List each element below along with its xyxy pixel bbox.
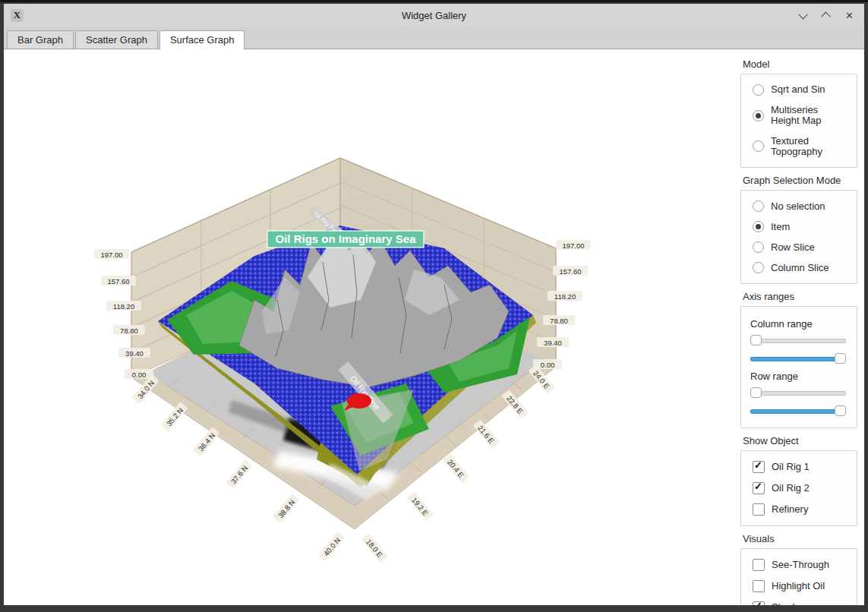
svg-text:118.20: 118.20 xyxy=(554,292,576,301)
slider-handle[interactable] xyxy=(750,335,762,345)
maximize-button[interactable] xyxy=(822,8,829,22)
tab-surface-graph[interactable]: Surface Graph xyxy=(159,30,245,49)
checkbox-icon xyxy=(753,601,765,605)
checkbox-refinery[interactable]: Refinery xyxy=(753,503,852,516)
svg-text:78.80: 78.80 xyxy=(120,327,138,335)
checkbox-see-through[interactable]: See-Through xyxy=(753,559,852,571)
slider-handle[interactable] xyxy=(835,405,846,416)
radio-multiseries-height-map[interactable]: Multiseries Height Map xyxy=(753,105,852,127)
radio-icon xyxy=(753,110,764,121)
visuals-group-label: Visuals xyxy=(743,533,859,544)
minimize-button[interactable] xyxy=(800,8,806,22)
column-range-max-slider[interactable] xyxy=(750,352,846,365)
chart-title: Oil Rigs on Imaginary Sea xyxy=(275,232,416,245)
radio-row-slice[interactable]: Row Slice xyxy=(753,241,852,253)
slider-groove xyxy=(750,409,846,414)
svg-text:197.00: 197.00 xyxy=(100,251,122,259)
slider-groove xyxy=(750,339,846,343)
radio-icon xyxy=(753,140,764,152)
radio-no-selection[interactable]: No selection xyxy=(753,200,852,212)
checkbox-highlight-oil[interactable]: Highlight Oil xyxy=(753,580,852,592)
column-range-label: Column range xyxy=(750,318,852,330)
radio-label: Sqrt and Sin xyxy=(771,84,825,95)
svg-text:0.00: 0.00 xyxy=(541,361,555,369)
selection-mode-group-label: Graph Selection Mode xyxy=(743,175,859,186)
chevron-up-icon xyxy=(821,12,831,22)
radio-sqrt-and-sin[interactable]: Sqrt and Sin xyxy=(753,84,852,96)
checkbox-label: Oil Rig 1 xyxy=(772,462,810,472)
show-object-group-label: Show Object xyxy=(743,435,859,446)
svg-text:38.8 N: 38.8 N xyxy=(276,498,297,520)
column-range-min-slider[interactable] xyxy=(750,334,846,347)
checkbox-icon xyxy=(753,482,765,494)
checkbox-label: See-Through xyxy=(772,560,829,570)
svg-text:37.6 N: 37.6 N xyxy=(229,464,250,486)
chevron-down-icon xyxy=(798,10,808,20)
radio-icon xyxy=(753,241,764,253)
checkbox-icon xyxy=(753,580,765,592)
app-frame: X Widget Gallery ✕ Bar Graph Scatter Gra… xyxy=(0,0,868,612)
slider-groove xyxy=(750,357,846,361)
svg-text:35.2 N: 35.2 N xyxy=(165,406,185,428)
tab-bar: Bar Graph Scatter Graph Surface Graph xyxy=(4,27,864,49)
svg-text:157.60: 157.60 xyxy=(559,267,581,276)
radio-icon xyxy=(753,84,764,96)
checkbox-oil-rig-2[interactable]: Oil Rig 2 xyxy=(753,482,852,494)
slider-handle[interactable] xyxy=(750,387,762,398)
svg-text:0.00: 0.00 xyxy=(132,371,147,379)
radio-label: Column Slice xyxy=(771,263,829,273)
show-object-group: Oil Rig 1 Oil Rig 2 Refinery xyxy=(740,450,857,526)
checkbox-icon xyxy=(753,461,765,473)
radio-icon xyxy=(753,221,764,232)
row-range-min-slider[interactable] xyxy=(750,386,846,399)
radio-label: Textured Topography xyxy=(771,136,841,158)
radio-item[interactable]: Item xyxy=(753,221,852,232)
selection-mode-group: No selection Item Row Slice Column Slice xyxy=(740,190,857,284)
checkbox-label: Refinery xyxy=(772,504,808,515)
checkbox-label: Oil Rig 2 xyxy=(772,483,810,494)
radio-column-slice[interactable]: Column Slice xyxy=(753,262,852,273)
radio-icon xyxy=(753,200,764,212)
radio-label: Row Slice xyxy=(771,242,815,253)
radio-label: No selection xyxy=(771,201,825,212)
checkbox-shadows[interactable]: Shadows xyxy=(753,601,852,605)
visuals-group: See-Through Highlight Oil Shadows xyxy=(740,548,857,605)
radio-label: Multiseries Height Map xyxy=(771,105,841,127)
svg-text:197.00: 197.00 xyxy=(562,241,584,250)
titlebar: X Widget Gallery ✕ xyxy=(4,4,864,27)
window: X Widget Gallery ✕ Bar Graph Scatter Gra… xyxy=(4,4,864,605)
slider-handle[interactable] xyxy=(835,353,846,364)
control-panel: Model Sqrt and Sin Multiseries Height Ma… xyxy=(740,51,859,605)
surface-graph-page: Oil Rig Two Oil Rigs on Imaginary Sea Oi… xyxy=(4,49,864,605)
axis-ranges-group-label: Axis ranges xyxy=(743,291,859,302)
close-button[interactable]: ✕ xyxy=(845,11,854,21)
slider-groove xyxy=(750,391,846,396)
checkbox-icon xyxy=(753,503,765,516)
checkbox-label: Highlight Oil xyxy=(772,581,825,591)
radio-label: Item xyxy=(771,222,790,232)
model-group-label: Model xyxy=(743,58,859,70)
svg-text:36.4 N: 36.4 N xyxy=(197,431,217,453)
close-icon: ✕ xyxy=(845,10,854,21)
svg-text:39.40: 39.40 xyxy=(544,339,562,347)
tab-scatter-graph[interactable]: Scatter Graph xyxy=(75,30,158,49)
svg-text:157.60: 157.60 xyxy=(107,277,129,285)
radio-icon xyxy=(753,262,764,273)
checkbox-oil-rig-1[interactable]: Oil Rig 1 xyxy=(753,461,852,473)
checkbox-label: Shadows xyxy=(772,602,812,605)
chart-title-banner: Oil Rigs on Imaginary Sea xyxy=(267,231,424,248)
svg-text:40.0 N: 40.0 N xyxy=(322,536,342,558)
row-range-label: Row range xyxy=(750,371,852,382)
svg-text:118.20: 118.20 xyxy=(113,302,134,311)
model-group: Sqrt and Sin Multiseries Height Map Text… xyxy=(740,74,857,168)
surface-chart[interactable]: Oil Rig Two Oil Rigs on Imaginary Sea Oi… xyxy=(4,49,737,605)
surface-chart-area[interactable]: Oil Rig Two Oil Rigs on Imaginary Sea Oi… xyxy=(4,49,737,605)
axis-ranges-group: Column range Row range xyxy=(740,306,857,428)
tab-bar-graph[interactable]: Bar Graph xyxy=(7,30,74,49)
svg-text:39.40: 39.40 xyxy=(125,349,144,358)
checkbox-icon xyxy=(753,559,765,571)
radio-textured-topography[interactable]: Textured Topography xyxy=(753,136,852,158)
svg-text:78.80: 78.80 xyxy=(550,317,568,325)
window-title: Widget Gallery xyxy=(4,10,864,21)
row-range-max-slider[interactable] xyxy=(750,405,846,418)
